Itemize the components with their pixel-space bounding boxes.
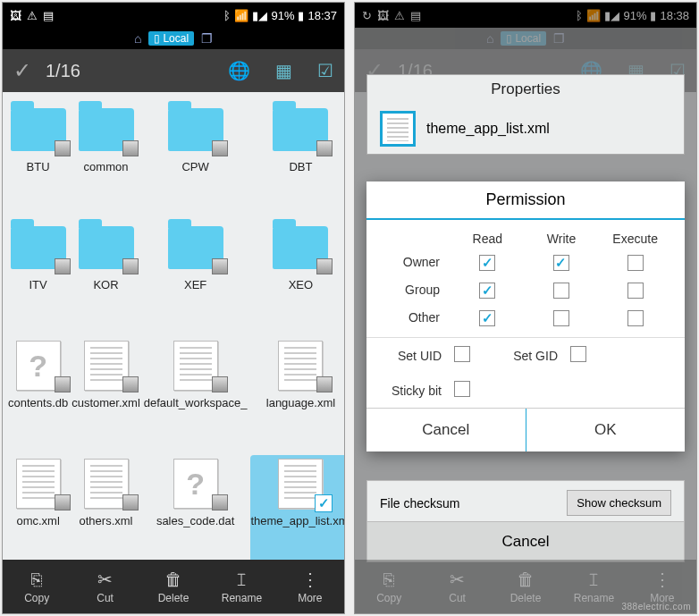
select-all-icon[interactable]: ☑ <box>317 60 333 81</box>
file-item[interactable]: KOR <box>72 219 140 333</box>
confirm-check-icon[interactable]: ✓ <box>13 58 46 83</box>
file-item[interactable]: default_workspace_ <box>144 337 248 451</box>
file-label: XEO <box>289 278 313 291</box>
perm-row-owner: Owner <box>379 250 451 278</box>
perm-row-group: Group <box>379 278 451 306</box>
more-icon: ⋮ <box>301 569 319 590</box>
file-item[interactable]: DBT <box>250 101 344 215</box>
status-bar: 🖼 ⚠ ▤ ᛒ 📶 ▮◢ 91% ▮ 18:37 <box>3 3 344 28</box>
file-label: common <box>84 160 129 173</box>
file-item[interactable]: language.xml <box>250 337 344 451</box>
clock: 18:37 <box>307 9 337 22</box>
file-label: XEF <box>184 278 206 291</box>
toolbar-more[interactable]: ⋮More <box>276 560 344 613</box>
multi-icon[interactable]: ❐ <box>201 31 213 46</box>
battery-icon: ▮ <box>298 9 304 22</box>
storage-tag[interactable]: ▯Local <box>148 31 194 46</box>
perm-cb-owner-read[interactable]: ✓ <box>479 255 495 271</box>
toolbar-delete[interactable]: 🗑Delete <box>139 560 207 613</box>
phone-left: 🖼 ⚠ ▤ ᛒ 📶 ▮◢ 91% ▮ 18:37 ⌂ ▯Local ❐ ✓ 1/… <box>2 2 345 614</box>
file-label: default_workspace_ <box>144 396 248 409</box>
sticky-checkbox[interactable] <box>454 381 470 397</box>
file-label: customer.xml <box>72 396 140 409</box>
signal-icon: ▮◢ <box>252 9 267 22</box>
properties-title: Properties <box>367 75 684 104</box>
checksum-label: File checksum <box>380 496 459 511</box>
file-label: ITV <box>29 278 46 291</box>
file-label: theme_app_list.xml <box>250 514 344 527</box>
file-item[interactable]: BTU <box>8 101 68 215</box>
file-item[interactable]: omc.xml <box>8 455 68 560</box>
sticky-label: Sticky bit <box>379 379 451 402</box>
properties-cancel-button[interactable]: Cancel <box>366 521 685 562</box>
battery-pct: 91% <box>271 9 294 22</box>
location-bar: ⌂ ▯Local ❐ <box>3 28 344 49</box>
perm-cb-group-execute[interactable] <box>627 283 644 299</box>
perm-cb-owner-execute[interactable] <box>627 255 644 271</box>
setuid-label: Set UID <box>379 344 451 367</box>
toolbar-copy[interactable]: ⎘Copy <box>3 560 71 613</box>
file-item[interactable]: others.xml <box>72 455 140 560</box>
selection-count: 1/16 <box>46 61 80 81</box>
home-icon[interactable]: ⌂ <box>134 31 141 46</box>
file-item[interactable]: ?sales_code.dat <box>144 455 248 560</box>
image-icon: 🖼 <box>10 9 21 22</box>
file-item[interactable]: XEF <box>144 219 248 333</box>
globe-search-icon[interactable]: 🌐 <box>228 60 250 81</box>
perm-cb-other-write[interactable] <box>553 310 569 326</box>
wifi-icon: 📶 <box>234 9 248 22</box>
file-label: omc.xml <box>16 514 59 527</box>
file-label: BTU <box>27 160 50 173</box>
permission-title: Permission <box>366 181 685 220</box>
file-item[interactable]: common <box>72 101 140 215</box>
file-item[interactable]: CPW <box>144 101 248 215</box>
perm-col-execute: Execute <box>598 227 672 250</box>
file-label: contents.db <box>8 396 68 409</box>
perm-cb-other-execute[interactable] <box>627 310 644 326</box>
file-grid: BTUcommonCPWDBTITVKORXEFXEO?contents.dbc… <box>3 92 344 560</box>
setgid-label: Set GID <box>495 344 567 367</box>
phone-right: ↻ 🖼 ⚠ ▤ ᛒ 📶 ▮◢ 91% ▮ 18:38 ⌂ ▯Local ❐ ✓ … <box>354 2 697 614</box>
checksum-row: File checksum Show checksum <box>366 480 685 526</box>
perm-cb-owner-write[interactable]: ✓ <box>553 255 569 271</box>
file-label: language.xml <box>266 396 335 409</box>
file-item[interactable]: ITV <box>8 219 68 333</box>
perm-row-other: Other <box>379 306 451 333</box>
bluetooth-icon: ᛒ <box>223 9 231 22</box>
file-label: CPW <box>181 160 208 173</box>
file-label: KOR <box>93 278 118 291</box>
setgid-checkbox[interactable] <box>570 346 586 362</box>
file-thumbnail-icon <box>380 111 416 147</box>
file-label: DBT <box>289 160 312 173</box>
bottom-toolbar: ⎘Copy✂Cut🗑Delete𝙸Rename⋮More <box>3 560 344 613</box>
watermark: 388electric.com <box>621 602 691 612</box>
doc-icon: ▤ <box>43 9 54 22</box>
cut-icon: ✂ <box>97 569 113 590</box>
perm-col-read: Read <box>451 227 525 250</box>
perm-cb-other-read[interactable]: ✓ <box>479 310 495 326</box>
properties-sheet: Properties theme_app_list.xml <box>366 74 685 155</box>
copy-icon: ⎘ <box>31 570 42 590</box>
file-label: others.xml <box>80 514 133 527</box>
file-item[interactable]: XEO <box>250 219 344 333</box>
perm-cb-group-read[interactable]: ✓ <box>479 283 495 299</box>
perm-ok-button[interactable]: OK <box>526 409 686 451</box>
file-name: theme_app_list.xml <box>426 121 550 137</box>
qr-icon[interactable]: ▦ <box>275 60 292 81</box>
file-item[interactable]: ✓theme_app_list.xml <box>250 455 344 560</box>
file-label: sales_code.dat <box>156 514 234 527</box>
perm-cb-group-write[interactable] <box>553 283 569 299</box>
selection-bar: ✓ 1/16 🌐 ▦ ☑ <box>3 49 344 92</box>
toolbar-cut[interactable]: ✂Cut <box>71 560 139 613</box>
delete-icon: 🗑 <box>164 570 182 590</box>
permission-dialog: Permission ReadWriteExecuteOwner✓✓Group✓… <box>366 181 685 451</box>
show-checksum-button[interactable]: Show checksum <box>567 490 671 516</box>
warning-icon: ⚠ <box>27 9 38 22</box>
rename-icon: 𝙸 <box>235 570 248 590</box>
file-item[interactable]: ?contents.db <box>8 337 68 451</box>
perm-cancel-button[interactable]: Cancel <box>366 409 526 451</box>
perm-col-write: Write <box>525 227 599 250</box>
setuid-checkbox[interactable] <box>454 346 470 362</box>
file-item[interactable]: customer.xml <box>72 337 140 451</box>
toolbar-rename[interactable]: 𝙸Rename <box>207 560 275 613</box>
